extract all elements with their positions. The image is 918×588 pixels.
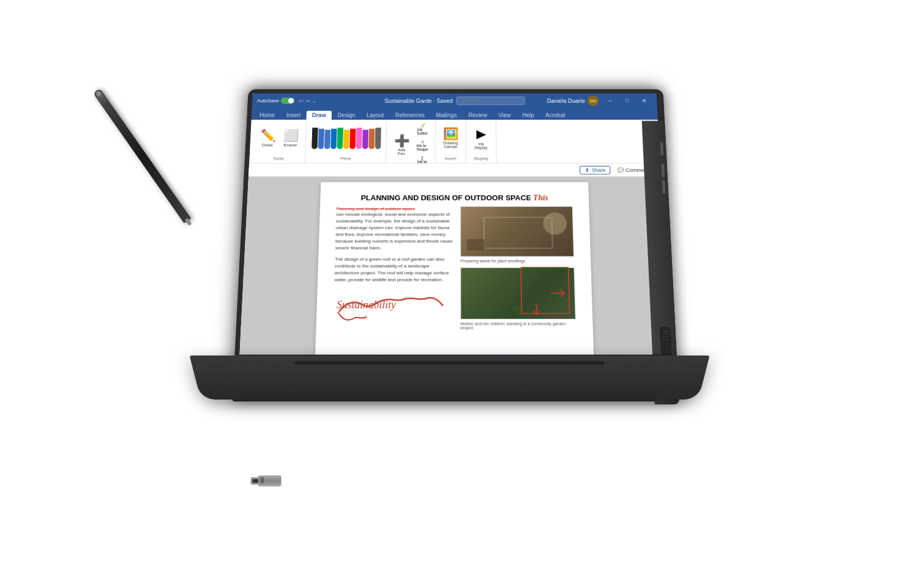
replay-content: ▶ InkReplay [471, 122, 491, 155]
tools-label: Tools [273, 155, 284, 161]
doc-title: PLANNING AND DESIGN OF OUTDOOR SPACE Thi… [337, 193, 573, 203]
undo-redo: ↩ ↪ ⌄ [299, 97, 316, 103]
ink-editor-button[interactable]: 📝 InkEditor [414, 122, 430, 136]
pen-orange[interactable] [368, 128, 375, 149]
document-area: PLANNING AND DESIGN OF OUTDOOR SPACE Thi… [239, 176, 670, 365]
doc-name: Sustainable Garde · Saved [384, 97, 452, 103]
user-initials: DD [589, 98, 596, 103]
pen-red[interactable] [349, 128, 356, 149]
add-pen-button[interactable]: ➕ AddPen [391, 130, 412, 160]
pen-yellow[interactable] [343, 130, 349, 149]
screen-panel: AutoSave ↩ ↪ ⌄ Sustainable Garde · Saved… [233, 89, 679, 401]
convert-group: ➕ AddPen 📝 InkEditor △ Ink toShape ∑ Ink… [386, 119, 436, 163]
power-button[interactable] [660, 142, 663, 155]
pen-purple[interactable] [362, 130, 368, 149]
document-page: PLANNING AND DESIGN OF OUTDOOR SPACE Thi… [315, 182, 594, 359]
doc-col-left: Planning and design of outdoor space can… [333, 206, 453, 335]
tab-mailings[interactable]: Mailings [430, 110, 463, 119]
autosave-toggle[interactable] [281, 97, 295, 103]
tab-design[interactable]: Design [332, 110, 361, 119]
trackpad[interactable] [294, 361, 605, 365]
tab-review[interactable]: Review [463, 110, 493, 119]
share-label: Share [591, 167, 605, 173]
ink-replay-button[interactable]: ▶ InkReplay [471, 123, 491, 153]
eraser-label: Eraser [283, 142, 297, 147]
minimize-button[interactable]: ─ [602, 95, 619, 106]
tab-view[interactable]: View [493, 110, 517, 119]
maximize-button[interactable]: □ [619, 95, 635, 106]
doc-photo-1-caption: Preparing labels for plant seedlings. [460, 259, 574, 262]
drawing-canvas-button[interactable]: 🖼️ DrawingCanvas [440, 123, 461, 153]
eraser-icon: ⬜ [283, 129, 299, 141]
tab-help[interactable]: Help [517, 110, 540, 119]
right-speaker [660, 327, 672, 356]
usb-drive [251, 472, 282, 490]
title-bar: AutoSave ↩ ↪ ⌄ Sustainable Garde · Saved… [252, 93, 657, 108]
volume-down-button[interactable] [662, 180, 666, 193]
ink-editor-label: InkEditor [417, 127, 428, 135]
draw-icon: ✏️ [259, 129, 275, 141]
pen-green[interactable] [337, 127, 343, 149]
tab-references[interactable]: References [389, 110, 430, 119]
autosave-label: AutoSave [256, 98, 279, 103]
replay-label: Replay [474, 155, 488, 161]
tools-content: ✏️ Draw ⬜ Eraser [256, 122, 302, 155]
tab-draw[interactable]: Draw [306, 110, 332, 119]
convert-content: ➕ AddPen 📝 InkEditor △ Ink toShape ∑ Ink… [391, 122, 431, 163]
pen-pink[interactable] [356, 127, 362, 149]
pen-blue2[interactable] [324, 130, 330, 149]
tools-group: ✏️ Draw ⬜ Eraser Tools [252, 119, 307, 163]
usb-clip [261, 477, 264, 483]
pen-blue3[interactable] [330, 128, 337, 149]
title-search-input[interactable] [456, 96, 524, 105]
draw-label: Draw [262, 142, 273, 147]
doc-photo-2-caption: Mother and her children standing in a co… [460, 321, 576, 329]
sketch-overlay [518, 264, 579, 322]
strikethrough-text: Planning and design of outdoor space [337, 206, 453, 211]
add-pen-icon: ➕ [394, 135, 409, 146]
sustainability-svg: Sustainability [333, 288, 447, 322]
window-controls: ─ □ ✕ [602, 95, 653, 106]
tab-acrobat[interactable]: Acrobat [540, 110, 571, 119]
volume-up-button[interactable] [661, 163, 665, 177]
share-icon: ⬆ [585, 167, 590, 173]
insert-label: Insert [445, 155, 457, 161]
share-button[interactable]: ⬆ Share [580, 165, 611, 174]
insert-content: 🖼️ DrawingCanvas [440, 122, 461, 155]
laptop: AutoSave ↩ ↪ ⌄ Sustainable Garde · Saved… [171, 62, 771, 527]
photo-1-placeholder [461, 207, 573, 256]
svg-rect-1 [521, 267, 570, 313]
pens-content [311, 122, 381, 155]
share-bar: ⬆ Share 💬 Comments [248, 163, 660, 176]
user-name: Daniela Duarte [547, 97, 585, 103]
draw-button[interactable]: ✏️ Draw [256, 123, 278, 153]
doc-name-area: Sustainable Garde · Saved [384, 96, 524, 105]
user-info: Daniela Duarte DD [547, 95, 599, 106]
speaker-grille [660, 327, 671, 344]
doc-cursive-this: This [533, 193, 548, 201]
eraser-button[interactable]: ⬜ Eraser [280, 123, 302, 153]
doc-photo-1 [460, 206, 574, 256]
doc-columns: Planning and design of outdoor space can… [333, 206, 577, 335]
pens-group: Pens [305, 119, 387, 163]
svg-text:Sustainability: Sustainability [337, 299, 396, 311]
pen-blue1[interactable] [318, 128, 324, 149]
add-pen-label: AddPen [398, 147, 405, 155]
cursive-area: Sustainability [333, 288, 453, 324]
ink-to-shape-button[interactable]: △ Ink toShape [414, 138, 431, 153]
pen-black[interactable] [312, 127, 318, 149]
stylus-pen [93, 88, 192, 223]
word-app: AutoSave ↩ ↪ ⌄ Sustainable Garde · Saved… [239, 93, 671, 376]
ink-replay-label: InkReplay [475, 142, 488, 149]
tab-home[interactable]: Home [253, 110, 280, 119]
pen-gray[interactable] [375, 127, 381, 149]
drawing-canvas-icon: 🖼️ [442, 128, 458, 140]
tab-layout[interactable]: Layout [361, 110, 390, 119]
ink-to-math-button[interactable]: ∑ Ink toMath [414, 154, 430, 163]
convert-small-btns: 📝 InkEditor △ Ink toShape ∑ Ink toMath [414, 122, 430, 163]
tab-insert[interactable]: Insert [280, 110, 307, 119]
screen-display: AutoSave ↩ ↪ ⌄ Sustainable Garde · Saved… [237, 93, 671, 397]
replay-group: ▶ InkReplay Replay [466, 119, 496, 163]
user-avatar: DD [587, 95, 599, 106]
close-button[interactable]: ✕ [636, 95, 652, 106]
